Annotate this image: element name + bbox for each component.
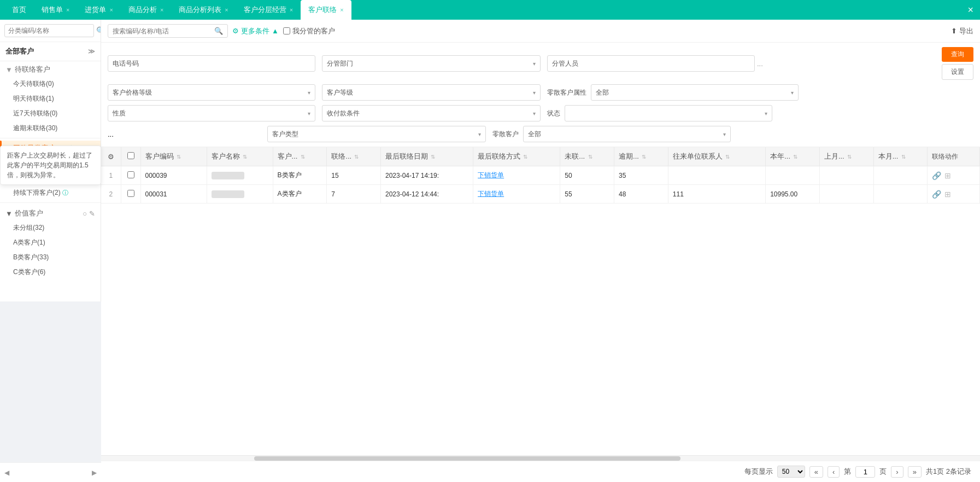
search-input[interactable]	[113, 27, 214, 35]
nav-close-customer-contact[interactable]: ×	[340, 7, 343, 13]
nav-close-product-list[interactable]: ×	[225, 7, 228, 13]
sidebar-item-ungrouped[interactable]: 未分组(32)	[0, 220, 101, 235]
gender-down-arrow: ▾	[308, 111, 310, 117]
edit-icon[interactable]: ✎	[89, 210, 95, 218]
person-dots[interactable]: ...	[757, 60, 763, 68]
nav-close-product-analysis[interactable]: ×	[160, 7, 163, 13]
dept-field[interactable]: 分管部门 ▾	[322, 55, 541, 72]
row-checkbox-1	[121, 166, 140, 185]
row-year-1	[766, 166, 820, 185]
payment-field[interactable]: 收付款条件 ▾	[322, 105, 541, 121]
row-select-2[interactable]	[127, 190, 134, 197]
my-customers-checkbox[interactable]	[283, 27, 290, 34]
row-method-2[interactable]: 下销货单	[473, 185, 560, 204]
sidebar-item-overdue[interactable]: 逾期未联络(30)	[0, 121, 101, 136]
uncontacted-sort-icon: ⇅	[588, 154, 592, 160]
circle-icon[interactable]: ○	[83, 210, 87, 218]
query-button[interactable]: 查询	[942, 47, 973, 62]
row-date-1: 2023-04-17 14:19:	[381, 166, 473, 185]
col-code[interactable]: 客户编码 ⇅	[140, 147, 207, 166]
type-sort-icon: ⇅	[301, 154, 305, 160]
page-label-2: 页	[879, 467, 887, 477]
select-all-checkbox[interactable]	[127, 152, 134, 159]
sidebar-prev-arrow[interactable]: ◀	[4, 469, 9, 477]
phone-field[interactable]: 电话号码	[108, 55, 315, 72]
filter-icon: ⚙	[232, 27, 239, 35]
nav-close-sales[interactable]: ×	[66, 7, 69, 13]
gender-field[interactable]: 性质 ▾	[108, 105, 315, 121]
nav-item-home[interactable]: 首页	[4, 0, 34, 20]
more-conditions-btn[interactable]: ⚙ 更多条件 ▲	[232, 26, 279, 36]
close-all-tabs[interactable]: ×	[967, 4, 973, 16]
sidebar-item-tomorrow[interactable]: 明天待联络(1)	[0, 91, 101, 106]
grid-action-icon-1[interactable]: ⊞	[944, 171, 951, 180]
col-name[interactable]: 客户名称 ⇅	[207, 147, 273, 166]
page-label: 第	[844, 467, 851, 477]
nav-item-product-list[interactable]: 商品分析列表 ×	[171, 0, 236, 20]
nav-close-customer-tier[interactable]: ×	[290, 7, 293, 13]
link-action-icon-2[interactable]: 🔗	[932, 190, 941, 199]
prev-page-btn[interactable]: ‹	[828, 466, 840, 478]
zero-customer-down-arrow: ▾	[723, 131, 726, 137]
row-action-1: 🔗 ⊞	[928, 166, 980, 185]
sidebar-item-class-a[interactable]: A类客户(1)	[0, 235, 101, 250]
status-field[interactable]: ▾	[565, 105, 772, 121]
grid-action-icon-2[interactable]: ⊞	[944, 190, 951, 199]
value-group-toggle[interactable]: ▼ 价值客户	[5, 208, 43, 218]
my-customers-checkbox-area: 我分管的客户	[283, 26, 335, 36]
horizontal-scrollbar[interactable]	[101, 455, 980, 461]
nav-item-sales[interactable]: 销售单 ×	[34, 0, 77, 20]
last-page-btn[interactable]: »	[908, 466, 922, 478]
search-icon[interactable]: 🔍	[214, 27, 223, 35]
nav-item-customer-contact[interactable]: 客户联络 ×	[301, 0, 351, 20]
col-settings[interactable]: ⚙	[101, 147, 121, 166]
scrollbar-thumb[interactable]	[254, 456, 680, 461]
first-page-btn[interactable]: «	[809, 466, 823, 478]
col-last-date[interactable]: 最后联络日期 ⇅	[381, 147, 473, 166]
next-page-btn[interactable]: ›	[891, 466, 903, 478]
price-level-field[interactable]: 客户价格等级 ▾	[108, 84, 315, 101]
col-this-year[interactable]: 本年... ⇅	[766, 147, 820, 166]
last-month-sort-icon: ⇅	[847, 154, 852, 160]
link-action-icon-1[interactable]: 🔗	[932, 171, 941, 180]
sidebar-all-customers[interactable]: 全部客户 ≫	[0, 42, 101, 61]
row4-dots[interactable]: ...	[108, 130, 114, 138]
col-last-month[interactable]: 上月... ⇅	[819, 147, 873, 166]
col-last-method[interactable]: 最后联络方式 ⇅	[473, 147, 560, 166]
settings-button[interactable]: 设置	[942, 64, 973, 80]
row-select-1[interactable]	[127, 171, 134, 178]
person-field[interactable]: 分管人员	[547, 55, 755, 72]
nav-item-purchase[interactable]: 进货单 ×	[77, 0, 120, 20]
nav-item-product-analysis[interactable]: 商品分析 ×	[121, 0, 171, 20]
sidebar-item-declining[interactable]: 持续下滑客户(2) ⓘ	[0, 185, 101, 200]
row-method-1[interactable]: 下销货单	[473, 166, 560, 185]
col-contact-count[interactable]: 联络... ⇅	[327, 147, 381, 166]
nav-item-customer-tier[interactable]: 客户分层经营 ×	[236, 0, 301, 20]
row-this-month-2	[873, 185, 928, 204]
sidebar-next-arrow[interactable]: ▶	[92, 469, 97, 477]
sidebar-collapse-icon: ≫	[88, 48, 95, 55]
export-button[interactable]: ⬆ 导出	[951, 26, 973, 36]
col-uncontacted[interactable]: 未联... ⇅	[560, 147, 614, 166]
sidebar-item-today[interactable]: 今天待联络(0)	[0, 77, 101, 91]
col-contacts[interactable]: 往来单位联系人 ⇅	[668, 147, 765, 166]
customer-level-field[interactable]: 客户等级 ▾	[322, 84, 541, 101]
sidebar-search-icon[interactable]: 🔍	[96, 26, 101, 35]
zero-retail-field[interactable]: 全部 ▾	[591, 84, 799, 101]
nav-close-purchase[interactable]: ×	[109, 7, 113, 13]
total-records: 共1页 2条记录	[926, 467, 971, 477]
col-customer-type[interactable]: 客户... ⇅	[273, 147, 327, 166]
sidebar-search-input[interactable]	[4, 24, 94, 37]
sidebar-item-class-c[interactable]: C类客户(6)	[0, 265, 101, 280]
col-overdue[interactable]: 逾期... ⇅	[614, 147, 668, 166]
zero-customer-field[interactable]: 全部 ▾	[523, 126, 731, 142]
col-this-month[interactable]: 本月... ⇅	[873, 147, 928, 166]
sidebar-group-pending[interactable]: ▼ 待联络客户	[0, 61, 101, 77]
export-icon: ⬆	[951, 27, 957, 35]
page-input[interactable]	[855, 466, 875, 478]
row-num-1: 1	[101, 166, 121, 185]
customer-type-field[interactable]: 客户类型 ▾	[267, 126, 486, 142]
per-page-select[interactable]: 50 100 200	[777, 466, 805, 478]
sidebar-item-7days[interactable]: 近7天待联络(0)	[0, 106, 101, 121]
sidebar-item-class-b[interactable]: B类客户(33)	[0, 250, 101, 265]
